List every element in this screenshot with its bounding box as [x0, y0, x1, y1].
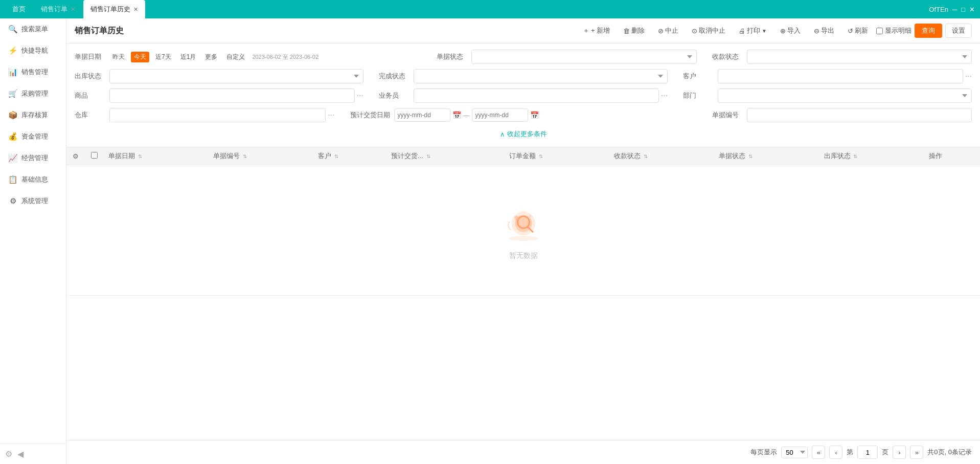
sidebar-item-purchase[interactable]: 🛒 采购管理: [0, 83, 66, 104]
tab-sales-order-history[interactable]: 销售订单历史 ✕: [83, 0, 145, 18]
minimize-btn[interactable]: ─: [952, 6, 957, 13]
filter-area: 单据日期 昨天 今天 近7天 近1月 更多 自定义 2023-06-02 至 2…: [66, 43, 980, 147]
sidebar-item-sales[interactable]: 📊 销售管理: [0, 61, 66, 83]
goods-label: 商品: [75, 91, 105, 100]
receipt-status-select[interactable]: [747, 50, 972, 64]
sidebar-item-search[interactable]: 🔍 搜索菜单: [0, 18, 66, 40]
calendar-from-icon[interactable]: 📅: [452, 111, 461, 119]
cancel-stop-button[interactable]: ⊙ 取消中止: [687, 24, 731, 37]
collapse-button[interactable]: ∧ 收起更多条件: [500, 127, 547, 141]
import-label: 导入: [787, 26, 801, 35]
th-settings[interactable]: ⚙: [66, 147, 85, 165]
sidebar-item-inventory[interactable]: 📦 库存核算: [0, 104, 66, 126]
doc-status-filter: 单据状态: [437, 50, 697, 64]
print-button[interactable]: 🖨 打印 ▼: [734, 24, 772, 37]
tab-sales-order-close[interactable]: ✕: [71, 6, 75, 13]
settings-gear-icon[interactable]: ⚙: [73, 152, 79, 160]
customer-dots[interactable]: ···: [965, 72, 972, 81]
doc-status-select[interactable]: [471, 50, 697, 64]
settings-button[interactable]: 设置: [945, 24, 972, 38]
sort-receipt-icon[interactable]: ⇅: [644, 153, 648, 159]
show-columns-label[interactable]: 显示明细: [876, 26, 911, 35]
close-btn[interactable]: ✕: [969, 6, 975, 13]
toolbar: ＋ + 新增 🗑 删除 ⊘ 中止 ⊙ 取消中止 🖨 打印: [578, 24, 972, 38]
sidebar-item-finance[interactable]: 💰 资金管理: [0, 126, 66, 147]
date-tag-7days[interactable]: 近7天: [152, 52, 174, 62]
completion-status-label: 完成状态: [379, 72, 409, 81]
page-number-input[interactable]: [857, 446, 878, 459]
calendar-to-icon[interactable]: 📅: [530, 111, 539, 119]
export-button[interactable]: ⊖ 导出: [809, 24, 839, 37]
prev-page-btn[interactable]: ‹: [829, 446, 842, 459]
tab-home[interactable]: 首页: [5, 0, 33, 18]
last-page-btn[interactable]: »: [910, 446, 923, 459]
department-select[interactable]: [718, 89, 972, 103]
sort-delivery-icon[interactable]: ⇅: [426, 153, 430, 159]
sidebar-collapse-icon[interactable]: ◀: [17, 449, 24, 459]
sidebar-settings-icon[interactable]: ⚙: [5, 449, 12, 459]
completion-status-select[interactable]: [414, 69, 668, 83]
delivery-date-from[interactable]: [394, 108, 450, 122]
date-tag-yesterday[interactable]: 昨天: [109, 52, 128, 62]
sidebar-item-quick-nav[interactable]: ⚡ 快捷导航: [0, 40, 66, 61]
receipt-status-label: 收款状态: [712, 52, 743, 61]
date-label: 单据日期: [75, 52, 105, 61]
page-size-select[interactable]: 50 10 20 100: [781, 447, 808, 458]
refresh-button[interactable]: ↺ 刷新: [842, 24, 873, 37]
next-page-btn[interactable]: ›: [893, 446, 906, 459]
select-all-checkbox[interactable]: [91, 152, 98, 159]
print-dropdown-icon: ▼: [762, 28, 767, 34]
date-tag-1month[interactable]: 近1月: [177, 52, 199, 62]
sort-number-icon[interactable]: ⇅: [243, 153, 247, 159]
sort-customer-icon[interactable]: ⇅: [334, 153, 338, 159]
maximize-btn[interactable]: □: [961, 6, 965, 13]
department-label: 部门: [683, 91, 714, 100]
show-columns-checkbox[interactable]: [876, 28, 883, 34]
inventory-icon: 📦: [8, 111, 17, 120]
sort-outbound-icon[interactable]: ⇅: [853, 153, 857, 159]
no-data-row: 暂无数据: [66, 165, 980, 296]
outbound-status-select[interactable]: [109, 69, 363, 83]
goods-input[interactable]: [109, 89, 355, 103]
delivery-date-to[interactable]: [472, 108, 528, 122]
tab-sales-order-label: 销售订单: [41, 5, 67, 14]
th-number-label: 单据编号: [213, 152, 240, 160]
th-checkbox[interactable]: [85, 147, 103, 165]
date-range-text: 2023-06-02 至 2023-06-02: [252, 53, 421, 61]
sort-doc-status-icon[interactable]: ⇅: [748, 153, 753, 159]
new-label: + 新增: [591, 26, 610, 35]
th-outbound-status: 出库状态 ⇅: [819, 147, 924, 165]
tab-sales-order[interactable]: 销售订单 ✕: [34, 0, 82, 18]
sort-date-icon[interactable]: ⇅: [138, 153, 142, 159]
date-range: 昨天 今天 近7天 近1月 更多 自定义: [109, 52, 249, 62]
page-suffix-label: 页: [882, 448, 888, 457]
date-tag-today[interactable]: 今天: [131, 52, 149, 62]
salesperson-dots[interactable]: ···: [661, 91, 668, 100]
doc-number-input[interactable]: [747, 108, 972, 122]
refresh-label: 刷新: [855, 26, 868, 35]
table-area: ⚙ 单据日期 ⇅ 单据编号 ⇅: [66, 147, 980, 440]
goods-dots[interactable]: ···: [357, 91, 363, 100]
new-button[interactable]: ＋ + 新增: [578, 24, 615, 37]
sidebar-item-basic-info[interactable]: 📋 基础信息: [0, 169, 66, 190]
export-icon: ⊖: [814, 27, 819, 35]
warehouse-dots[interactable]: ···: [328, 111, 334, 120]
tab-sales-order-history-close[interactable]: ✕: [133, 6, 138, 13]
import-button[interactable]: ⊕ 导入: [775, 24, 806, 37]
refresh-icon: ↺: [848, 27, 853, 35]
salesperson-input[interactable]: [414, 89, 659, 103]
sidebar-item-system[interactable]: ⚙ 系统管理: [0, 190, 66, 212]
date-tag-custom[interactable]: 自定义: [223, 52, 248, 62]
sidebar-item-operations[interactable]: 📈 经营管理: [0, 147, 66, 169]
date-tag-more[interactable]: 更多: [202, 52, 220, 62]
warehouse-label: 仓库: [75, 111, 105, 120]
customer-input[interactable]: [718, 69, 963, 83]
warehouse-input[interactable]: [109, 108, 326, 122]
main-layout: 🔍 搜索菜单 ⚡ 快捷导航 📊 销售管理 🛒 采购管理 📦 库存核算 💰 资金管…: [0, 18, 980, 464]
delete-button[interactable]: 🗑 删除: [618, 24, 650, 37]
show-columns-text: 显示明细: [885, 26, 911, 35]
stop-button[interactable]: ⊘ 中止: [653, 24, 683, 37]
first-page-btn[interactable]: «: [812, 446, 825, 459]
query-button[interactable]: 查询: [915, 24, 942, 38]
sort-amount-icon[interactable]: ⇅: [539, 153, 543, 159]
